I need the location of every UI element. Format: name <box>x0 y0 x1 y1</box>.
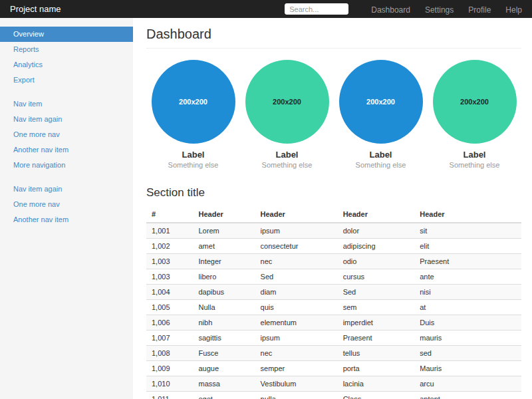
navbar-link-dashboard[interactable]: Dashboard <box>371 5 410 15</box>
search-input[interactable] <box>285 3 348 15</box>
navbar-links: DashboardSettingsProfileHelp <box>356 3 522 15</box>
table-cell: Fusce <box>194 346 255 361</box>
table-cell: cursus <box>338 269 415 285</box>
table-cell: 1,007 <box>146 331 194 346</box>
table-head: #HeaderHeaderHeaderHeader <box>146 206 521 223</box>
table-row: 1,001Loremipsumdolorsit <box>146 223 521 239</box>
table-cell: sem <box>338 300 415 315</box>
table-cell: at <box>414 300 521 315</box>
table-row: 1,011egetnullaClassaptent <box>146 392 521 399</box>
table-cell: Vestibulum <box>255 376 338 392</box>
placeholder-label: Label <box>146 150 240 160</box>
table-cell: ante <box>414 269 521 285</box>
table-cell: nec <box>255 346 338 361</box>
sidebar-item-another-nav-item[interactable]: Another nav item <box>0 142 133 158</box>
table-row: 1,002ametconsecteturadipiscingelit <box>146 239 521 254</box>
table-body: 1,001Loremipsumdolorsit1,002ametconsecte… <box>146 223 521 399</box>
sidebar-item-one-more-nav[interactable]: One more nav <box>0 127 133 142</box>
placeholder-image: 200x200 <box>339 60 423 144</box>
table-cell: 1,003 <box>146 269 194 285</box>
sidebar-item-more-navigation[interactable]: More navigation <box>0 158 133 173</box>
placeholder-card: 200x200LabelSomething else <box>334 60 428 169</box>
table-row: 1,003liberoSedcursusante <box>146 269 521 285</box>
table-cell: 1,004 <box>146 285 194 300</box>
section-title: Section title <box>146 186 521 200</box>
table-cell: nisi <box>414 285 521 300</box>
table-header-cell: Header <box>194 206 255 223</box>
table-row: 1,010massaVestibulumlaciniaarcu <box>146 376 521 392</box>
table-cell: 1,001 <box>146 223 194 239</box>
table-header-row: #HeaderHeaderHeaderHeader <box>146 206 521 223</box>
navbar-link-settings[interactable]: Settings <box>425 5 454 15</box>
placeholder-card: 200x200LabelSomething else <box>240 60 334 169</box>
table-cell: Mauris <box>414 361 521 376</box>
table-row: 1,008Fuscenectellussed <box>146 346 521 361</box>
table-cell: 1,009 <box>146 361 194 376</box>
table-cell: Nulla <box>194 300 255 315</box>
table-cell: nibh <box>194 315 255 331</box>
sidebar-item-one-more-nav[interactable]: One more nav <box>0 197 133 212</box>
table-header-cell: # <box>146 206 194 223</box>
table-cell: quis <box>255 300 338 315</box>
table-cell: 1,005 <box>146 300 194 315</box>
sidebar-item-another-nav-item[interactable]: Another nav item <box>0 212 133 227</box>
table-cell: dapibus <box>194 285 255 300</box>
table-cell: semper <box>255 361 338 376</box>
table-row: 1,006nibhelementumimperdietDuis <box>146 315 521 331</box>
sidebar-item-nav-item[interactable]: Nav item <box>0 96 133 112</box>
table-cell: consectetur <box>255 239 338 254</box>
table-cell: sit <box>414 223 521 239</box>
placeholder-image: 200x200 <box>152 60 235 144</box>
data-table: #HeaderHeaderHeaderHeader 1,001Loremipsu… <box>146 206 521 399</box>
table-cell: nec <box>255 254 338 269</box>
table-cell: Praesent <box>338 331 415 346</box>
main-content: Dashboard 200x200LabelSomething else200x… <box>133 18 532 399</box>
table-cell: libero <box>194 269 255 285</box>
table-cell: Sed <box>338 285 415 300</box>
table-cell: dolor <box>338 223 415 239</box>
table-cell: adipiscing <box>338 239 415 254</box>
table-cell: arcu <box>414 376 521 392</box>
table-cell: 1,011 <box>146 392 194 399</box>
table-header-cell: Header <box>338 206 415 223</box>
placeholder-label: Label <box>428 150 521 160</box>
table-cell: sed <box>414 346 521 361</box>
placeholder-image: 200x200 <box>433 60 517 144</box>
sidebar-item-reports[interactable]: Reports <box>0 42 133 57</box>
table-cell: Integer <box>194 254 255 269</box>
table-row: 1,007sagittisipsumPraesentmauris <box>146 331 521 346</box>
sidebar-item-export[interactable]: Export <box>0 72 133 88</box>
placeholder-sublabel: Something else <box>428 161 521 169</box>
navbar-right: DashboardSettingsProfileHelp <box>285 3 522 15</box>
sidebar-item-nav-item-again[interactable]: Nav item again <box>0 182 133 197</box>
table-cell: 1,003 <box>146 254 194 269</box>
page-title: Dashboard <box>146 27 521 49</box>
table-cell: eget <box>194 392 255 399</box>
app-window: Project name DashboardSettingsProfileHel… <box>0 0 532 399</box>
table-cell: augue <box>194 361 255 376</box>
table-cell: elit <box>414 239 521 254</box>
table-cell: 1,002 <box>146 239 194 254</box>
navbar-link-profile[interactable]: Profile <box>468 5 491 15</box>
table-cell: porta <box>338 361 415 376</box>
table-cell: tellus <box>338 346 415 361</box>
navbar-link-help[interactable]: Help <box>505 5 522 15</box>
brand-link[interactable]: Project name <box>10 4 61 14</box>
table-cell: Praesent <box>414 254 521 269</box>
table-cell: diam <box>255 285 338 300</box>
table-cell: Duis <box>414 315 521 331</box>
table-cell: imperdiet <box>338 315 415 331</box>
placeholder-card: 200x200LabelSomething else <box>428 60 521 169</box>
table-row: 1,005Nullaquissemat <box>146 300 521 315</box>
table-cell: 1,008 <box>146 346 194 361</box>
table-cell: Lorem <box>194 223 255 239</box>
table-cell: Sed <box>255 269 338 285</box>
sidebar-item-overview[interactable]: Overview <box>0 27 133 42</box>
table-cell: lacinia <box>338 376 415 392</box>
sidebar-item-nav-item-again[interactable]: Nav item again <box>0 112 133 127</box>
placeholder-sublabel: Something else <box>240 161 334 169</box>
sidebar-item-analytics[interactable]: Analytics <box>0 57 133 72</box>
table-cell: Class <box>338 392 415 399</box>
table-row: 1,009auguesemperportaMauris <box>146 361 521 376</box>
placeholder-label: Label <box>240 150 334 160</box>
